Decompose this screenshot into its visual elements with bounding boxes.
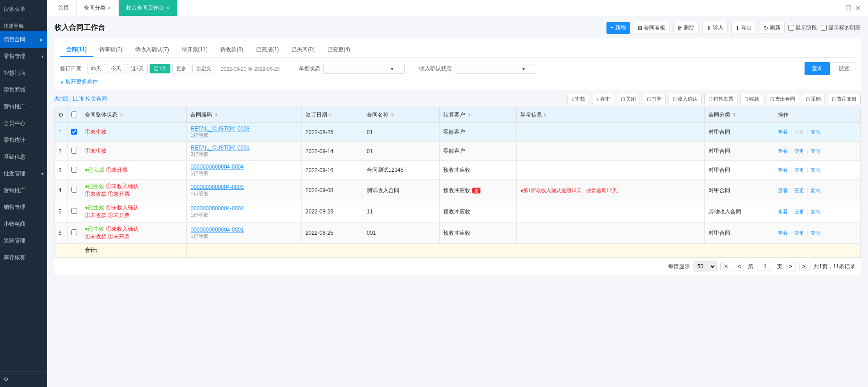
- copy-btn-3[interactable]: 复制: [810, 167, 820, 173]
- col-sign-date[interactable]: 签订日期 ⇅: [302, 107, 363, 123]
- col-code[interactable]: 合同编码 ⇅: [187, 107, 302, 123]
- contract-board-button[interactable]: ⊞ 合同看板: [634, 22, 669, 34]
- contract-code-link-6[interactable]: 0000000000004-0001: [190, 227, 243, 233]
- import-button[interactable]: ⬇ 导入: [703, 22, 727, 34]
- export-button[interactable]: ⬆ 导出: [731, 22, 756, 34]
- page-input[interactable]: [757, 262, 773, 271]
- custom-btn[interactable]: 自定义: [192, 64, 215, 73]
- filter-tab-completed[interactable]: 已完成(1): [250, 43, 286, 57]
- col-settings[interactable]: ⚙: [55, 107, 68, 123]
- sidebar-item-inventory[interactable]: 库存核算: [0, 249, 47, 266]
- prev-page-btn[interactable]: <: [735, 262, 744, 271]
- sidebar-item-xiaochang[interactable]: 小畅电商: [0, 216, 47, 232]
- filter-tab-pending-confirm[interactable]: 待收入确认(7): [129, 43, 175, 57]
- abandon-audit-btn[interactable]: ○ 弃审: [592, 94, 614, 104]
- sidebar-item-marketing[interactable]: 营销推广: [0, 98, 47, 115]
- contract-code-link-5[interactable]: 0000000000004-0002: [190, 205, 243, 212]
- first-page-btn[interactable]: |<: [720, 262, 731, 271]
- filter-tab-all[interactable]: 全部(11): [60, 43, 93, 57]
- col-category[interactable]: 合同分类 ⇅: [705, 107, 774, 123]
- view-btn-2[interactable]: 查看: [778, 148, 788, 154]
- sidebar-item-batch-mgmt[interactable]: 批发管理 ▾: [0, 165, 47, 182]
- sidebar-item-member[interactable]: 会员中心: [0, 115, 47, 132]
- yesterday-btn[interactable]: 昨天: [87, 64, 105, 73]
- income-confirm-btn[interactable]: ◻ 收入确认: [669, 94, 702, 104]
- settings-button[interactable]: ⚙: [0, 371, 47, 387]
- contract-code-link-2[interactable]: RETAIL_CUSTOM-0001: [190, 145, 249, 151]
- copy-btn-6[interactable]: 复制: [810, 230, 820, 236]
- filter-tab-pending-invoice[interactable]: 待开票(11): [175, 43, 214, 57]
- chevron-down-icon: ▾: [41, 54, 44, 59]
- copy-btn-4[interactable]: 复制: [810, 188, 820, 193]
- change-btn-4[interactable]: 变更: [794, 188, 804, 193]
- close-tab-contract-type[interactable]: ✕: [107, 5, 111, 10]
- close-tab-income-contract[interactable]: ✕: [166, 5, 170, 10]
- copy-btn-1[interactable]: 复制: [810, 129, 820, 135]
- income-confirm-select[interactable]: ▾: [455, 64, 536, 74]
- change-btn-6[interactable]: 变更: [794, 230, 804, 236]
- last-page-btn[interactable]: >|: [799, 262, 810, 271]
- delete-button[interactable]: 🗑 删除: [673, 22, 699, 34]
- doc-status-select[interactable]: ▾: [323, 64, 405, 74]
- view-btn-3[interactable]: 查看: [778, 167, 788, 173]
- refresh-button[interactable]: ↻ 刷新: [760, 22, 785, 34]
- expense-contract-btn[interactable]: ◻ 支出合同: [766, 94, 799, 104]
- contract-code-link-3[interactable]: 0000000000004-0004: [190, 164, 243, 170]
- sidebar-item-retail-mall[interactable]: 零售商城: [0, 82, 47, 98]
- sidebar-item-purchase[interactable]: 采购管理: [0, 232, 47, 249]
- per-page-select[interactable]: 50 20 100: [693, 261, 717, 271]
- change-btn-2[interactable]: 变更: [794, 148, 804, 154]
- view-btn-5[interactable]: 查看: [778, 209, 788, 214]
- last1m-btn[interactable]: 近1月: [150, 64, 170, 73]
- sidebar-item-retail-stat[interactable]: 零售统计: [0, 132, 47, 149]
- set-button[interactable]: 设置: [833, 62, 855, 75]
- last7-btn[interactable]: 近7天: [127, 64, 148, 73]
- purchase-btn[interactable]: ◻ 采购: [802, 94, 825, 104]
- restore-icon[interactable]: ❐: [846, 5, 852, 12]
- query-button[interactable]: 查询: [805, 62, 830, 75]
- filter-tab-pending-review[interactable]: 待审核(2): [93, 43, 129, 57]
- col-exception[interactable]: 异常信息 ⇅: [516, 107, 704, 123]
- sidebar-item-smart-store[interactable]: 智慧门店: [0, 65, 47, 82]
- contract-code-link[interactable]: RETAIL_CUSTOM-0003: [190, 126, 249, 132]
- sidebar-item-basic-info[interactable]: 基础信息: [0, 149, 47, 165]
- col-name[interactable]: 合同名称 ⇅: [363, 107, 440, 123]
- view-btn-1[interactable]: 查看: [778, 129, 788, 135]
- show-fields-checkbox[interactable]: 显示阶段: [788, 24, 817, 32]
- filter-tab-closed[interactable]: 已关闭(0): [285, 43, 321, 57]
- expand-conditions-btn[interactable]: ∨ 展开更多条件: [60, 78, 855, 86]
- sidebar-search[interactable]: 搜索菜单: [0, 0, 47, 19]
- tab-contract-type[interactable]: 合同分类 ✕: [77, 0, 119, 16]
- payment-btn[interactable]: ◻ 收款: [740, 94, 763, 104]
- more-btn[interactable]: 更多: [172, 64, 190, 73]
- sidebar-item-retail-mgmt[interactable]: 零售管理 ▾: [0, 48, 47, 65]
- new-button[interactable]: + 新增: [606, 22, 630, 34]
- close-btn[interactable]: ◻ 关闭: [617, 94, 640, 104]
- filter-tab-changed[interactable]: 已变更(4): [321, 43, 357, 57]
- sidebar-item-sales-mgmt[interactable]: 销售管理: [0, 199, 47, 216]
- filter-tab-pending-payment[interactable]: 待收款(8): [214, 43, 250, 57]
- sidebar-item-marketing2[interactable]: 营销推广: [0, 182, 47, 199]
- change-btn-1[interactable]: 变更: [794, 129, 804, 135]
- change-btn-5[interactable]: 变更: [794, 209, 804, 214]
- close-icon[interactable]: ✕: [855, 5, 861, 12]
- tab-home[interactable]: 首页: [51, 0, 77, 16]
- open-btn[interactable]: ◻ 打开: [643, 94, 666, 104]
- view-btn-4[interactable]: 查看: [778, 188, 788, 193]
- next-page-btn[interactable]: >: [786, 262, 795, 271]
- show-mark-checkbox[interactable]: 显示标的明细: [821, 24, 861, 32]
- sidebar-item-project[interactable]: 项目合同 ▶: [0, 31, 47, 48]
- sales-invoice-btn[interactable]: ◻ 销售发票: [704, 94, 737, 104]
- copy-btn-5[interactable]: 复制: [810, 209, 820, 214]
- col-customer[interactable]: 结算客户 ⇅: [440, 107, 516, 123]
- tab-income-contract[interactable]: 收入合同工作台 ✕: [119, 0, 177, 16]
- change-btn-3[interactable]: 变更: [794, 167, 804, 173]
- col-status[interactable]: 合同整体状态 ⇅: [81, 107, 187, 123]
- today-btn[interactable]: 今天: [107, 64, 125, 73]
- col-checkbox[interactable]: [68, 107, 81, 123]
- view-btn-6[interactable]: 查看: [778, 230, 788, 236]
- expense-btn[interactable]: ◻ 费用支出: [828, 94, 861, 104]
- audit-btn[interactable]: ○ 审核: [567, 94, 590, 104]
- copy-btn-2[interactable]: 复制: [810, 148, 820, 154]
- contract-code-link-4[interactable]: 0000000000004-0003: [190, 184, 243, 190]
